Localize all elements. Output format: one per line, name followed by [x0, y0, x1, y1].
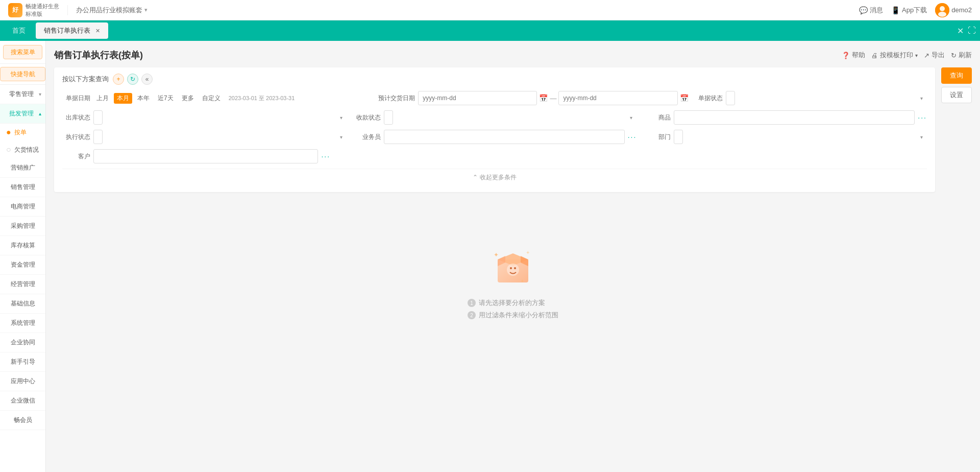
- sidebar-sub-item-invoice[interactable]: ● 按单: [0, 124, 45, 141]
- chevron-up-icon: ▴: [39, 111, 41, 116]
- sidebar-item-finance[interactable]: 资金管理: [0, 255, 45, 275]
- app-download-btn[interactable]: 📱 App下载: [891, 6, 927, 15]
- dept-select[interactable]: [674, 130, 683, 144]
- product-input[interactable]: [674, 110, 915, 125]
- search-menu-btn[interactable]: 搜索菜单: [3, 45, 42, 59]
- quick-nav-btn[interactable]: 快捷导航: [0, 67, 45, 81]
- sidebar-item-ecommerce[interactable]: 电商管理: [0, 197, 45, 217]
- user-avatar-btn[interactable]: demo2: [935, 3, 972, 17]
- logo-icon: 好: [8, 3, 22, 17]
- tab-bar-right: ✕ ⛶: [957, 26, 976, 36]
- expected-date-from[interactable]: [418, 91, 537, 105]
- help-btn[interactable]: ❓ 帮助: [842, 51, 865, 60]
- tip-num-1: 1: [468, 299, 476, 307]
- exec-select[interactable]: [93, 130, 103, 144]
- sidebar-item-system[interactable]: 系统管理: [0, 314, 45, 333]
- collapse-filter-bar[interactable]: ⌃ 收起更多条件: [62, 169, 927, 186]
- expected-date-to[interactable]: [558, 91, 677, 105]
- exec-select-wrap: [93, 130, 347, 144]
- tab-close-icon[interactable]: ✕: [95, 28, 100, 34]
- date-tab-7days[interactable]: 近7天: [155, 93, 177, 104]
- customer-more-btn[interactable]: ···: [321, 152, 330, 160]
- sidebar-item-purchase[interactable]: 采购管理: [0, 217, 45, 236]
- customer-input[interactable]: [93, 149, 318, 163]
- refresh-btn[interactable]: ↻ 刷新: [951, 51, 972, 60]
- date-tab-current-year[interactable]: 本年: [134, 93, 153, 104]
- salesperson-more-btn[interactable]: ···: [628, 133, 637, 141]
- date-tab-custom[interactable]: 自定义: [199, 93, 224, 104]
- tab-sales-order-exec[interactable]: 销售订单执行表 ✕: [36, 22, 108, 39]
- payment-select[interactable]: [384, 110, 393, 125]
- calendar-to-icon[interactable]: 📅: [680, 94, 689, 102]
- date-tabs: 上月 本月 本年 近7天 更多 自定义: [93, 93, 224, 104]
- sub-dot-icon: ●: [6, 128, 11, 137]
- delivery-select[interactable]: [93, 110, 103, 125]
- sidebar-item-app-center[interactable]: 应用中心: [0, 372, 45, 391]
- svg-point-8: [510, 267, 512, 269]
- export-btn[interactable]: ↗ 导出: [924, 51, 945, 60]
- template-print-btn[interactable]: 🖨 按模板打印 ▾: [871, 51, 918, 60]
- expand-icon[interactable]: ⛶: [968, 26, 976, 36]
- logo-area: 好 畅捷通好生意 标准版: [8, 3, 59, 17]
- refresh-scheme-btn[interactable]: ↻: [127, 74, 138, 85]
- sidebar-item-guide[interactable]: 新手引导: [0, 352, 45, 372]
- sidebar-item-sales-mgmt[interactable]: 销售管理: [0, 178, 45, 197]
- salesperson-field: 业务员 ···: [353, 130, 637, 144]
- sidebar-item-marketing[interactable]: 营销推广: [0, 158, 45, 178]
- message-btn[interactable]: 💬 消息: [859, 6, 883, 15]
- sidebar-item-basic-info[interactable]: 基础信息: [0, 294, 45, 314]
- calendar-from-icon[interactable]: 📅: [539, 94, 548, 102]
- empty-tip-1: 1 请先选择要分析的方案: [468, 298, 558, 308]
- status-select[interactable]: [726, 91, 735, 105]
- date-tab-prev-month[interactable]: 上月: [93, 93, 112, 104]
- filter-card: 按以下方案查询 + ↻ « 单据日期 上月 本月: [54, 67, 935, 192]
- sidebar-item-retail[interactable]: 零售管理 ▾: [0, 85, 45, 104]
- sidebar-nav-section: 快捷导航: [0, 64, 45, 85]
- collapse-btn[interactable]: «: [141, 74, 153, 85]
- exec-status-field: 执行状态: [62, 130, 347, 144]
- sidebar-item-operations[interactable]: 经营管理: [0, 275, 45, 294]
- date-tab-current-month[interactable]: 本月: [114, 93, 132, 104]
- product-more-btn[interactable]: ···: [918, 113, 927, 122]
- svg-point-1: [940, 6, 945, 11]
- content-area: 销售订单执行表(按单) ❓ 帮助 🖨 按模板打印 ▾ ↗ 导出 ↻ 刷新: [46, 41, 980, 472]
- sidebar-item-enterprise[interactable]: 企业协同: [0, 333, 45, 352]
- page-header: 销售订单执行表(按单) ❓ 帮助 🖨 按模板打印 ▾ ↗ 导出 ↻ 刷新: [54, 49, 972, 61]
- sub-circle-icon: ○: [6, 145, 11, 154]
- empty-state: ✦ ✦ ✦ 1 请先选择要分析的方案 2 用过滤条件来缩小分析范围: [54, 198, 972, 361]
- avatar: [935, 3, 949, 17]
- customer-label: 客户: [62, 152, 90, 161]
- date-label: 单据日期: [62, 94, 90, 103]
- exec-status-label: 执行状态: [62, 133, 90, 141]
- breadcrumb[interactable]: 办公用品行业模拟账套 ▾: [76, 6, 148, 15]
- status-label: 单据状态: [695, 94, 723, 103]
- date-tab-more[interactable]: 更多: [179, 93, 197, 104]
- sidebar-item-inventory[interactable]: 库存核算: [0, 236, 45, 255]
- filter-row-1: 单据日期 上月 本月 本年 近7天 更多 自定义 2023-03-01 至 20…: [62, 91, 927, 105]
- filter-header: 按以下方案查询 + ↻ «: [62, 74, 927, 85]
- svg-point-9: [514, 267, 516, 269]
- setting-btn[interactable]: 设置: [941, 87, 972, 103]
- product-label: 商品: [643, 113, 671, 122]
- status-field: 单据状态: [695, 91, 927, 105]
- salesperson-label: 业务员: [353, 133, 381, 141]
- tab-home[interactable]: 首页: [4, 22, 34, 39]
- filter-header-icons: + ↻ «: [113, 74, 153, 85]
- svg-point-2: [938, 12, 946, 17]
- right-action-col: 查询 设置: [941, 67, 972, 103]
- query-btn[interactable]: 查询: [941, 67, 972, 84]
- delivery-status-field: 出库状态: [62, 110, 347, 125]
- close-window-icon[interactable]: ✕: [957, 26, 964, 36]
- sidebar-sub-item-debt[interactable]: ○ 欠货情况: [0, 141, 45, 158]
- download-icon: 📱: [891, 6, 900, 14]
- sidebar-item-wechat-work[interactable]: 企业微信: [0, 391, 45, 411]
- sidebar-item-wholesale[interactable]: 批发管理 ▴: [0, 104, 45, 124]
- refresh-icon: ↻: [951, 52, 957, 59]
- department-field: 部门: [643, 130, 927, 144]
- sidebar-item-member[interactable]: 畅会员: [0, 411, 45, 430]
- add-scheme-btn[interactable]: +: [113, 74, 124, 85]
- salesperson-input[interactable]: [384, 130, 625, 144]
- date-range-input: 📅 — 📅: [418, 91, 688, 105]
- date-range-display: 2023-03-01 至 2023-03-31: [229, 95, 295, 102]
- logo-text: 畅捷通好生意 标准版: [26, 3, 59, 17]
